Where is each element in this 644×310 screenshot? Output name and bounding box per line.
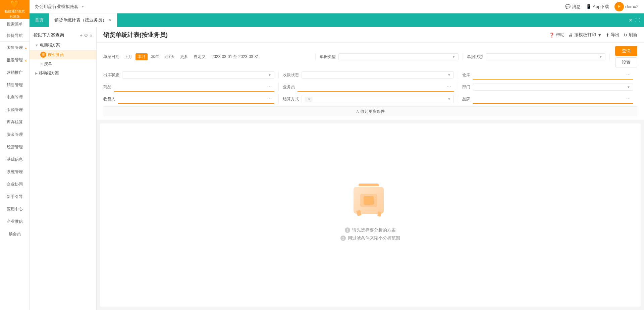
collapse-bar[interactable]: ∧ 收起更多条件 bbox=[103, 106, 637, 116]
sidebar-quicknav[interactable]: 快捷导航 bbox=[0, 30, 29, 42]
main-area: 办公用品行业模拟账套 ▼ 💬 消息 📱 App下载 E demo2 首页 销货单… bbox=[30, 0, 644, 310]
app-download-button[interactable]: 📱 App下载 bbox=[586, 4, 609, 10]
tree-node-mobile-label: 移动端方案 bbox=[39, 70, 59, 76]
filter-out-status: 出库状态 ▼ bbox=[103, 71, 279, 79]
app-logo[interactable]: 🧡 畅捷通好生意 标准版 bbox=[0, 0, 30, 19]
sidebar-item-apps[interactable]: 应用中心 bbox=[0, 203, 29, 215]
settings-button[interactable]: 设置 bbox=[615, 57, 637, 67]
message-button[interactable]: 💬 消息 bbox=[565, 4, 581, 10]
sidebar-item-retail[interactable]: 零售管理 bbox=[0, 42, 29, 54]
brand-input[interactable]: ··· bbox=[473, 94, 633, 104]
product-input[interactable]: ··· bbox=[114, 82, 274, 92]
sidebar-item-member[interactable]: 畅会员 bbox=[0, 228, 29, 240]
filter-area: 单据日期 上月 本月 本年 近7天 更多 自定义 2023-03-01 至 20… bbox=[97, 43, 644, 120]
sidebar-item-finance[interactable]: 资金管理 bbox=[0, 128, 29, 141]
filter-product: 商品 ··· bbox=[103, 82, 279, 92]
tab-home[interactable]: 首页 bbox=[30, 13, 49, 27]
download-icon: 📱 bbox=[586, 4, 591, 9]
tree-node-desktop[interactable]: ▼ 电脑端方案 bbox=[30, 40, 96, 50]
warehouse-label: 仓库 bbox=[462, 72, 470, 78]
sidebar-item-wholesale[interactable]: 批发管理 bbox=[0, 54, 29, 66]
user-avatar[interactable]: E demo2 bbox=[614, 2, 639, 11]
settlement-remove-icon[interactable]: ✕ bbox=[308, 97, 311, 101]
date-btn-last-month[interactable]: 上月 bbox=[122, 53, 134, 60]
export-label: 导出 bbox=[611, 32, 620, 38]
breadcrumb-dropdown-icon[interactable]: ▼ bbox=[81, 5, 85, 8]
filter-row-4: 收货人 ··· 结算方式 bbox=[103, 94, 637, 104]
filter-payment-status: 收款状态 ▼ bbox=[279, 71, 458, 79]
brand-value: ··· bbox=[473, 94, 633, 104]
tree-node-mobile[interactable]: ▶ 移动端方案 bbox=[30, 68, 96, 78]
sidebar-item-sales[interactable]: 销售管理 bbox=[0, 79, 29, 91]
date-btn-this-month[interactable]: 本月 bbox=[136, 53, 148, 60]
sidebar-item-marketing[interactable]: 营销推广 bbox=[0, 66, 29, 79]
department-label: 部门 bbox=[462, 84, 470, 90]
date-btn-more[interactable]: 更多 bbox=[178, 53, 190, 60]
sidebar-item-wechat[interactable]: 企业微信 bbox=[0, 215, 29, 228]
payment-status-select[interactable]: ▼ bbox=[302, 71, 454, 79]
export-icon: ⬆ bbox=[606, 33, 609, 38]
message-icon: 💬 bbox=[565, 4, 571, 9]
settlement-tag: ✕ bbox=[305, 97, 313, 102]
warehouse-value: ··· bbox=[473, 70, 633, 80]
consignee-dots[interactable]: ··· bbox=[267, 96, 272, 102]
product-dots[interactable]: ··· bbox=[267, 84, 272, 90]
doc-type-select[interactable]: ▼ bbox=[338, 53, 458, 60]
collapse-panel-icon[interactable]: « bbox=[90, 33, 92, 38]
consignee-input[interactable]: ··· bbox=[118, 94, 274, 104]
settings-scheme-icon[interactable]: ⚙ bbox=[84, 33, 88, 38]
message-label: 消息 bbox=[572, 4, 581, 10]
sidebar-item-enterprise[interactable]: 企业协同 bbox=[0, 178, 29, 191]
tab-close-icon[interactable]: ✕ bbox=[109, 18, 112, 22]
template-print-arrow: ▼ bbox=[597, 33, 602, 38]
filter-warehouse: 仓库 ··· bbox=[458, 70, 637, 80]
doc-type-value: ▼ bbox=[338, 53, 458, 60]
sidebar-item-purchase[interactable]: 采购管理 bbox=[0, 104, 29, 116]
product-label: 商品 bbox=[103, 84, 111, 90]
filter-doc-status: 单据状态 ▼ bbox=[463, 53, 610, 60]
filter-department: 部门 ▼ bbox=[458, 84, 637, 91]
sidebar-item-system[interactable]: 系统管理 bbox=[0, 166, 29, 178]
date-btn-this-year[interactable]: 本年 bbox=[149, 53, 161, 60]
salesperson-input[interactable]: ··· bbox=[298, 82, 454, 92]
topbar-right: 💬 消息 📱 App下载 E demo2 bbox=[565, 2, 639, 11]
query-button[interactable]: 查询 bbox=[615, 46, 637, 56]
sidebar-item-beginner[interactable]: 新手引导 bbox=[0, 191, 29, 203]
refresh-button[interactable]: ↻ 刷新 bbox=[624, 32, 637, 38]
filter-row-3: 商品 ··· 业务员 ··· bbox=[103, 82, 637, 92]
doc-status-select[interactable]: ▼ bbox=[486, 53, 605, 60]
sidebar-item-basic[interactable]: 基础信息 bbox=[0, 153, 29, 166]
tab-expand-icon[interactable]: ⛶ bbox=[635, 17, 640, 23]
help-button[interactable]: ❓ 帮助 bbox=[549, 32, 565, 38]
tree-expand-icon: ▼ bbox=[35, 43, 39, 47]
user-name: demo2 bbox=[625, 4, 639, 9]
doc-status-label: 单据状态 bbox=[467, 54, 483, 60]
tab-close-all-icon[interactable]: ✕ bbox=[629, 17, 633, 23]
sidebar-search[interactable]: 搜索菜单 bbox=[0, 19, 29, 30]
out-status-select[interactable]: ▼ bbox=[122, 71, 274, 79]
avatar-image: E bbox=[614, 2, 624, 11]
tree-child-by-salesperson[interactable]: 按 按业务员 bbox=[30, 50, 96, 59]
date-btn-custom[interactable]: 自定义 bbox=[192, 53, 208, 60]
export-button[interactable]: ⬆ 导出 bbox=[606, 32, 620, 38]
settlement-select[interactable]: ✕ ▼ bbox=[302, 95, 454, 103]
sidebar-item-ecommerce[interactable]: 电商管理 bbox=[0, 91, 29, 104]
left-panel: 按以下方案查询 + ⚙ « ▼ 电脑端方案 按 按业务员 ≡ 按单 bbox=[30, 27, 97, 310]
sidebar-item-inventory[interactable]: 库存核算 bbox=[0, 116, 29, 128]
brand-dots[interactable]: ··· bbox=[626, 96, 631, 102]
add-scheme-icon[interactable]: + bbox=[80, 33, 83, 38]
warehouse-dots[interactable]: ··· bbox=[626, 71, 631, 78]
date-btn-7days[interactable]: 近7天 bbox=[162, 53, 177, 60]
doc-status-value: ▼ bbox=[486, 53, 605, 60]
filter-brand: 品牌 ··· bbox=[458, 94, 637, 104]
settlement-label: 结算方式 bbox=[283, 96, 299, 102]
salesperson-dots[interactable]: ··· bbox=[447, 84, 451, 90]
tree-child-by-order[interactable]: ≡ 按单 bbox=[30, 59, 96, 68]
salesperson-label: 业务员 bbox=[283, 84, 295, 90]
filter-doc-type: 单据类型 ▼ bbox=[316, 53, 463, 60]
tab-sales-stat[interactable]: 销货单统计表（按业务员） ✕ bbox=[49, 13, 117, 27]
warehouse-input[interactable]: ··· bbox=[473, 70, 633, 80]
department-select[interactable]: ▼ bbox=[473, 84, 633, 91]
template-print-button[interactable]: 🖨 按模板打印 ▼ bbox=[569, 32, 602, 38]
sidebar-item-operations[interactable]: 经营管理 bbox=[0, 141, 29, 153]
